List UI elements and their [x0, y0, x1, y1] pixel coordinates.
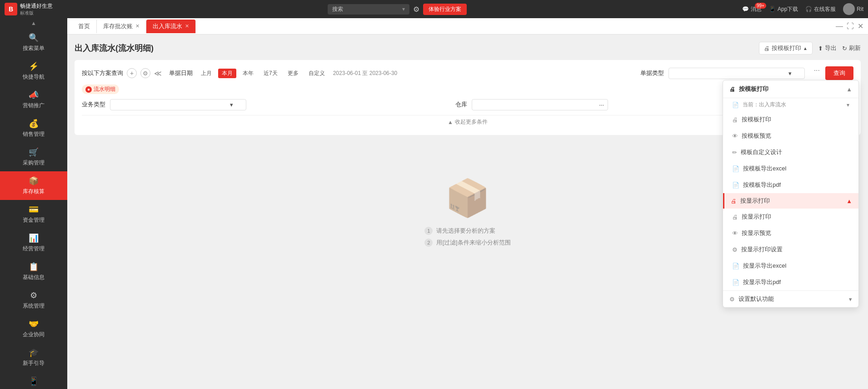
- sidebar-item-purchase[interactable]: 🛒 采购管理: [0, 143, 67, 171]
- sidebar-item-label: 搜索菜单: [23, 45, 45, 52]
- tab-close-page-icon[interactable]: ✕: [858, 22, 863, 30]
- tab-minimize-icon[interactable]: —: [836, 22, 843, 30]
- print-header-icon: 🖨: [729, 86, 735, 93]
- sidebar-item-sales[interactable]: 💰 销售管理: [0, 114, 67, 143]
- refresh-button[interactable]: ↻ 刷新: [842, 44, 861, 52]
- sidebar-item-app-center[interactable]: 📱 应用中心: [0, 372, 67, 389]
- logo-icon: B: [5, 3, 17, 15]
- warehouse-select[interactable]: ···: [472, 99, 608, 110]
- design-template-icon: ✏: [732, 149, 737, 156]
- date-btn-custom[interactable]: 自定义: [305, 69, 329, 78]
- biz-type-area: 业务类型 ▾: [82, 99, 448, 110]
- dropdown-item-label: 按模板导出pdf: [743, 181, 781, 189]
- dropdown-item-label: 按显示预览: [742, 229, 771, 237]
- sidebar-item-search[interactable]: 🔍 搜索菜单: [0, 28, 67, 57]
- query-button[interactable]: 查询: [825, 66, 853, 80]
- sidebar-item-finance[interactable]: 💳 资金管理: [0, 200, 67, 229]
- filter-add-button[interactable]: +: [127, 68, 137, 78]
- dropdown-item-label: 按模板预览: [742, 132, 771, 140]
- dropdown-item-print-template[interactable]: 🖨 按模板打印: [723, 111, 858, 128]
- dropdown-item-preview-template[interactable]: 👁 按模板预览: [723, 128, 858, 144]
- dropdown-item-export-excel-template[interactable]: 📄 按模板导出excel: [723, 160, 858, 177]
- dropdown-item-export-pdf-template[interactable]: 📄 按模板导出pdf: [723, 177, 858, 193]
- scroll-up-icon[interactable]: ▲: [31, 20, 36, 26]
- sidebar-item-label: 企业协同: [23, 331, 45, 339]
- filter-tag-item[interactable]: ● 流水明细: [82, 85, 119, 94]
- user-avatar[interactable]: Rit: [843, 3, 863, 15]
- date-btn-last-month[interactable]: 上月: [197, 69, 215, 78]
- basic-info-icon: 📋: [29, 262, 39, 272]
- date-btn-this-month[interactable]: 本月: [218, 69, 236, 78]
- tab-inventory-batch[interactable]: 库存批次账 ✕: [97, 20, 146, 33]
- tip-num-1: 1: [424, 227, 433, 235]
- tag-label: 流水明细: [94, 85, 115, 93]
- dropdown-chevron-up[interactable]: ▲: [846, 86, 852, 93]
- gear-icon[interactable]: ⚙: [413, 5, 419, 14]
- dropdown-default-function[interactable]: ⚙ 设置默认功能 ▾: [723, 290, 858, 307]
- dropdown-display-section[interactable]: 🖨 按显示打印 ▲: [723, 193, 858, 209]
- enterprise-icon: 🤝: [29, 319, 39, 329]
- purchase-icon: 🛒: [29, 147, 39, 157]
- app-center-icon: 📱: [29, 376, 39, 386]
- sidebar-item-guide[interactable]: 🎓 新手引导: [0, 343, 67, 372]
- sidebar-item-basic-info[interactable]: 📋 基础信息: [0, 257, 67, 286]
- dropdown-title: 按模板打印: [739, 85, 768, 93]
- preview-template-icon: 👁: [732, 133, 738, 140]
- tab-expand-icon[interactable]: ⛶: [847, 22, 854, 30]
- dropdown-item-label: 按显示打印: [742, 213, 771, 221]
- dropdown-item-export-excel-display[interactable]: 📄 按显示导出excel: [723, 258, 858, 274]
- sidebar-scroll-up[interactable]: ▲: [0, 18, 67, 28]
- sidebar-item-quick-nav[interactable]: ⚡ 快捷导航: [0, 57, 67, 85]
- dropdown-item-design-template[interactable]: ✏ 模板自定义设计: [723, 144, 858, 160]
- current-template-label: 当前：出入库流水: [743, 101, 786, 109]
- export-button[interactable]: ⬆ 导出: [818, 44, 837, 52]
- current-indicator: 📄 当前：出入库流水 ▾: [723, 98, 858, 111]
- top-bar-left: B 畅捷通好生意 标准版: [5, 2, 53, 16]
- filter-settings-button[interactable]: ⚙: [140, 68, 150, 78]
- search-placeholder: 搜索: [332, 5, 343, 13]
- current-chevron: ▾: [847, 102, 849, 108]
- dropdown-item-preview-display[interactable]: 👁 按显示预览: [723, 225, 858, 241]
- tab-home[interactable]: 首页: [72, 20, 97, 33]
- dropdown-item-print-display[interactable]: 🖨 按显示打印: [723, 209, 858, 225]
- tab-stock-flow-close[interactable]: ✕: [185, 23, 189, 29]
- search-bar[interactable]: 搜索 ▾: [328, 4, 409, 15]
- app-download-button[interactable]: 📱 App下载: [769, 5, 798, 13]
- online-service-button[interactable]: 🎧 在线客服: [805, 5, 836, 13]
- more-actions-button[interactable]: ···: [812, 66, 822, 80]
- export-excel-display-icon: 📄: [732, 263, 739, 269]
- dropdown-item-export-pdf-display[interactable]: 📄 按显示导出pdf: [723, 274, 858, 290]
- dropdown-item-print-settings-display[interactable]: ⚙ 按显示打印设置: [723, 241, 858, 258]
- date-btn-7days[interactable]: 近7天: [260, 69, 281, 78]
- sidebar-item-enterprise[interactable]: 🤝 企业协同: [0, 314, 67, 343]
- filter-label-area: 按以下方案查询 + ⚙ ≪: [82, 68, 162, 78]
- sidebar-item-marketing[interactable]: 📣 营销推广: [0, 85, 67, 114]
- date-btn-more[interactable]: 更多: [284, 69, 302, 78]
- messages-button[interactable]: 💬 消息 99+: [742, 5, 762, 13]
- chevron-down-icon: ▾: [230, 101, 233, 108]
- doc-type-select[interactable]: ▾: [668, 68, 805, 79]
- empty-tip-1: 1 请先选择要分析的方案: [424, 227, 510, 235]
- current-template-icon: 📄: [732, 102, 739, 108]
- biz-type-select[interactable]: ▾: [110, 99, 246, 110]
- trial-button[interactable]: 体验行业方案: [423, 4, 467, 15]
- tag-icon: ●: [85, 86, 92, 93]
- sidebar-item-operations[interactable]: 📊 经营管理: [0, 229, 67, 257]
- print-template-button[interactable]: 🖨 按模板打印 ▲: [759, 42, 813, 55]
- sidebar-item-label: 资金管理: [23, 216, 45, 224]
- dropdown-item-label: 按显示导出excel: [743, 262, 786, 270]
- tab-inventory-batch-close[interactable]: ✕: [135, 23, 140, 29]
- tab-stock-flow[interactable]: 出入库流水 ✕: [146, 20, 196, 33]
- dropdown-item-label: 按模板打印: [742, 115, 771, 124]
- main-layout: ▲ 🔍 搜索菜单 ⚡ 快捷导航 📣 营销推广 💰 销售管理 🛒 采购管理 📦 库…: [0, 18, 868, 389]
- date-range-display: 2023-06-01 至 2023-06-30: [333, 70, 397, 77]
- tip-text-1: 请先选择要分析的方案: [436, 227, 495, 235]
- tab-bar: 首页 库存批次账 ✕ 出入库流水 ✕ — ⛶ ✕: [67, 18, 868, 35]
- filter-collapse-icon[interactable]: ≪: [154, 69, 162, 78]
- dropdown-item-label: 按模板导出excel: [743, 165, 786, 173]
- sidebar-item-system[interactable]: ⚙ 系统管理: [0, 286, 67, 314]
- operations-icon: 📊: [29, 233, 39, 243]
- date-btn-this-year[interactable]: 本年: [239, 69, 257, 78]
- tab-stock-flow-label: 出入库流水: [153, 22, 182, 30]
- sidebar-item-inventory[interactable]: 📦 库存核算: [0, 171, 67, 200]
